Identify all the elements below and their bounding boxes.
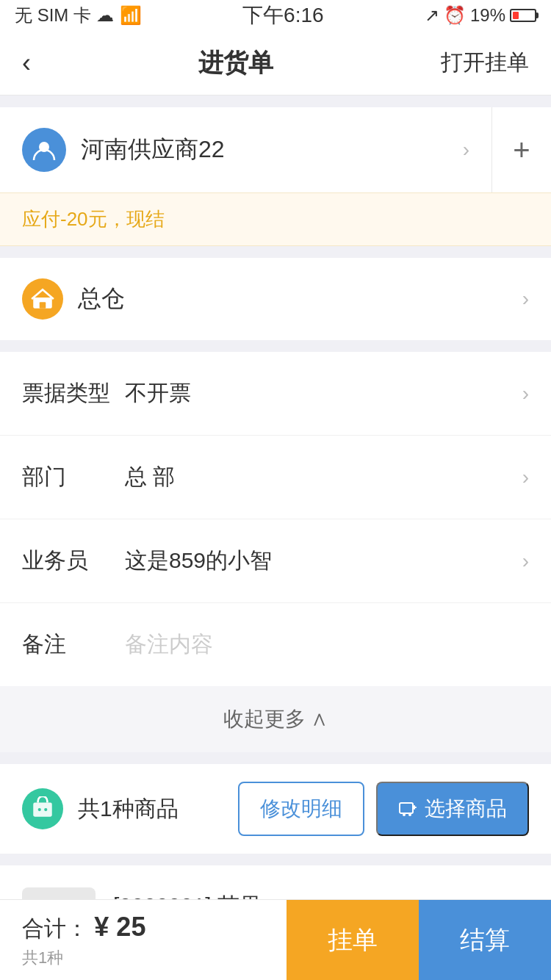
svg-point-4: [38, 808, 41, 811]
main-content: 河南供应商22 › + 应付-20元，现结 总仓 › 票据类型 不开票 › 部门…: [0, 107, 551, 980]
products-count: 共1种商品: [78, 794, 238, 824]
form-section: 票据类型 不开票 › 部门 总 部 › 业务员 这是859的小智 › 备注 备注…: [0, 352, 551, 686]
remark-input[interactable]: 备注内容: [125, 630, 529, 660]
collapse-button[interactable]: 收起更多 ∧: [0, 686, 551, 752]
select-product-button[interactable]: 选择商品: [376, 782, 529, 836]
supplier-avatar: [22, 128, 66, 172]
department-value: 总 部: [125, 462, 515, 492]
status-right: ↗ ⏰ 19%: [425, 5, 536, 26]
department-label: 部门: [22, 462, 125, 492]
products-icon: [22, 788, 63, 829]
svg-point-7: [403, 813, 406, 816]
svg-point-5: [44, 808, 47, 811]
total-label: 合计：: [22, 916, 88, 940]
remark-label: 备注: [22, 630, 125, 660]
invoice-label: 票据类型: [22, 378, 125, 408]
warehouse-selector[interactable]: 总仓 ›: [0, 258, 551, 340]
alarm-icon: ⏰: [444, 5, 466, 26]
chevron-right-icon: ›: [522, 382, 529, 406]
add-supplier-button[interactable]: +: [492, 107, 551, 192]
sim-label: 无 SIM 卡 ☁: [15, 4, 114, 27]
supplier-section: 河南供应商22 › + 应付-20元，现结: [0, 107, 551, 246]
wifi-icon: 📶: [120, 5, 142, 26]
chevron-right-icon: ›: [522, 466, 529, 489]
cart-icon: [398, 799, 419, 819]
warehouse-icon: [22, 278, 63, 320]
open-hang-button[interactable]: 打开挂单: [441, 48, 529, 78]
supplier-name: 河南供应商22: [81, 134, 455, 166]
nav-bar: ‹ 进货单 打开挂单: [0, 31, 551, 96]
supplier-selector[interactable]: 河南供应商22 ›: [0, 107, 492, 192]
total-sub: 共1种: [22, 947, 264, 969]
remark-row[interactable]: 备注 备注内容: [0, 603, 551, 686]
checkout-button[interactable]: 结算: [419, 900, 551, 980]
department-row[interactable]: 部门 总 部 ›: [0, 436, 551, 519]
back-button[interactable]: ‹: [22, 48, 31, 79]
svg-rect-6: [400, 803, 413, 813]
status-bar: 无 SIM 卡 ☁ 📶 下午6:16 ↗ ⏰ 19%: [0, 0, 551, 31]
total-section: 合计： ¥ 25 共1种: [0, 900, 287, 980]
salesperson-row[interactable]: 业务员 这是859的小智 ›: [0, 519, 551, 603]
svg-rect-2: [40, 302, 46, 309]
total-amount: ¥ 25: [94, 912, 145, 942]
invoice-value: 不开票: [125, 378, 515, 408]
supplier-notice: 应付-20元，现结: [0, 192, 551, 246]
salesperson-value: 这是859的小智: [125, 546, 515, 576]
svg-rect-3: [33, 803, 52, 817]
products-header: 共1种商品 修改明细 选择商品: [0, 764, 551, 854]
invoice-row[interactable]: 票据类型 不开票 ›: [0, 352, 551, 436]
chevron-right-icon: ›: [463, 138, 469, 162]
hang-button[interactable]: 挂单: [287, 900, 419, 980]
page-title: 进货单: [198, 46, 273, 80]
warehouse-name: 总仓: [78, 283, 515, 315]
location-icon: ↗: [425, 5, 439, 26]
bottom-bar: 合计： ¥ 25 共1种 挂单 结算: [0, 899, 551, 980]
status-left: 无 SIM 卡 ☁ 📶: [15, 4, 142, 27]
edit-detail-button[interactable]: 修改明细: [238, 782, 364, 836]
total-label-amount: 合计： ¥ 25: [22, 912, 264, 944]
battery-label: 19%: [470, 5, 505, 26]
svg-point-8: [408, 813, 411, 816]
chevron-right-icon: ›: [522, 550, 529, 573]
select-product-label: 选择商品: [425, 795, 507, 823]
battery-icon: [510, 9, 536, 22]
status-time: 下午6:16: [242, 1, 324, 29]
chevron-right-icon: ›: [522, 287, 529, 311]
salesperson-label: 业务员: [22, 546, 125, 576]
